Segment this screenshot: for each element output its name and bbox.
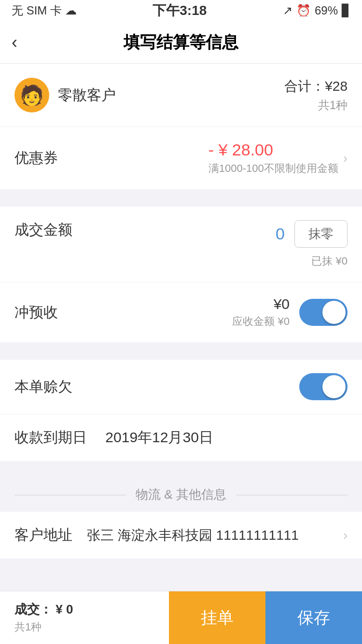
- address-label: 客户地址: [14, 525, 72, 545]
- bottom-deal-row: 成交： ¥ 0: [14, 601, 154, 618]
- round-button[interactable]: 抹零: [294, 220, 348, 248]
- coupon-description: 满1000-100不限制使用金额: [209, 161, 338, 176]
- debt-row: 本单赊欠: [0, 360, 362, 414]
- prepay-right: ¥0 应收金额 ¥0: [232, 296, 348, 329]
- customer-name: 零散客户: [58, 85, 116, 105]
- coupon-label: 优惠券: [14, 148, 58, 168]
- sim-status: 无 SIM 卡 ☁: [12, 3, 77, 18]
- section-divider: [0, 197, 362, 207]
- back-button[interactable]: ‹: [12, 32, 17, 53]
- customer-info: 🧑 零散客户: [14, 78, 116, 112]
- bottom-item-count: 共1种: [14, 620, 154, 634]
- debt-label: 本单赊欠: [14, 377, 72, 397]
- due-date-row: 收款到期日 2019年12月30日: [0, 414, 362, 461]
- bottom-bar: 成交： ¥ 0 共1种 挂单 保存: [0, 591, 362, 644]
- address-row[interactable]: 客户地址 张三 海淀永丰科技园 11111111111 ›: [0, 512, 362, 559]
- bottom-info: 成交： ¥ 0 共1种: [0, 601, 169, 634]
- battery-level: 69%: [315, 4, 338, 17]
- section-divider-3: [0, 469, 362, 478]
- customer-row: 🧑 零散客户 合计：¥28 共1种: [0, 64, 362, 126]
- prepay-main-amount: ¥0: [232, 296, 290, 312]
- item-count: 共1种: [284, 98, 348, 113]
- customer-section: 🧑 零散客户 合计：¥28 共1种 优惠券 - ¥ 28.00 满1000-10…: [0, 64, 362, 189]
- avatar-icon: 🧑: [20, 84, 44, 107]
- page-title: 填写结算等信息: [124, 31, 238, 54]
- alarm-icon: ⏰: [296, 4, 311, 17]
- address-value: 张三 海淀永丰科技园 11111111111: [87, 526, 343, 545]
- battery-icon: ▊: [342, 4, 350, 17]
- coupon-row[interactable]: 优惠券 - ¥ 28.00 满1000-100不限制使用金额 ›: [0, 126, 362, 189]
- avatar: 🧑: [14, 78, 49, 112]
- prepay-label: 冲预收: [14, 303, 58, 322]
- due-date-label: 收款到期日: [14, 429, 87, 445]
- bottom-deal-label: 成交：: [14, 602, 52, 616]
- location-icon: ↗: [283, 4, 292, 17]
- save-button[interactable]: 保存: [265, 591, 362, 644]
- status-time: 下午3:18: [153, 1, 207, 20]
- hang-button[interactable]: 挂单: [169, 591, 265, 644]
- coupon-info: - ¥ 28.00 满1000-100不限制使用金额: [209, 140, 338, 176]
- status-left: 无 SIM 卡 ☁: [12, 3, 77, 18]
- prepay-toggle[interactable]: [299, 299, 348, 326]
- status-bar: 无 SIM 卡 ☁ 下午3:18 ↗ ⏰ 69% ▊: [0, 0, 362, 21]
- transaction-amount: 0: [276, 224, 285, 243]
- transaction-section: 成交金额 0 抹零 已抹 ¥0 冲预收 ¥0 应收金额 ¥0: [0, 207, 362, 342]
- address-chevron-icon: ›: [343, 528, 348, 543]
- address-section: 客户地址 张三 海淀永丰科技园 11111111111 ›: [0, 512, 362, 559]
- transaction-right: 0 抹零: [276, 220, 348, 248]
- prepay-sub-amount: 应收金额 ¥0: [232, 314, 290, 329]
- coupon-discount: - ¥ 28.00: [209, 140, 338, 159]
- transaction-main-row: 成交金额 0 抹零: [14, 220, 348, 248]
- address-chevron: ›: [343, 528, 348, 543]
- debt-section: 本单赊欠 收款到期日 2019年12月30日: [0, 360, 362, 461]
- already-deducted: 已抹 ¥0: [311, 255, 348, 267]
- debt-toggle[interactable]: [299, 373, 348, 400]
- coupon-right: - ¥ 28.00 满1000-100不限制使用金额 ›: [209, 140, 348, 176]
- prepay-row: 冲预收 ¥0 应收金额 ¥0: [0, 282, 362, 342]
- chevron-right-icon: ›: [343, 151, 348, 166]
- nav-bar: ‹ 填写结算等信息: [0, 21, 362, 64]
- customer-total: 合计：¥28 共1种: [284, 77, 348, 113]
- logistics-divider: 物流 & 其他信息: [0, 478, 362, 511]
- status-right: ↗ ⏰ 69% ▊: [283, 4, 350, 17]
- logistics-label: 物流 & 其他信息: [126, 486, 236, 503]
- transaction-label: 成交金额: [14, 220, 72, 240]
- prepay-amounts: ¥0 应收金额 ¥0: [232, 296, 290, 329]
- section-divider-2: [0, 350, 362, 360]
- total-amount: 合计：¥28: [284, 77, 348, 96]
- due-date-value: 2019年12月30日: [105, 429, 213, 445]
- transaction-row: 成交金额 0 抹零 已抹 ¥0: [0, 207, 362, 282]
- bottom-deal-amount: ¥ 0: [56, 602, 73, 616]
